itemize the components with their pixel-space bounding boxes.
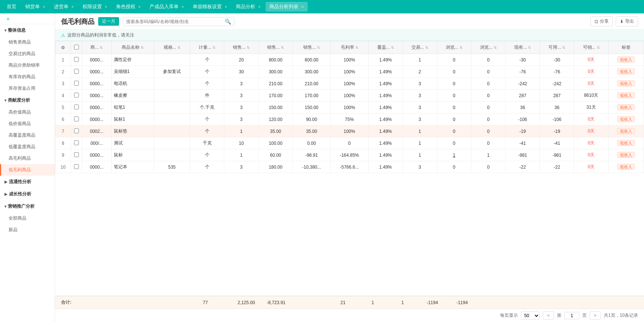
- row-checkbox[interactable]: [74, 69, 79, 74]
- cell-browse1[interactable]: 0: [437, 54, 471, 66]
- col-browse2[interactable]: 浏览...⇅: [471, 41, 506, 54]
- select-all-checkbox[interactable]: [74, 45, 79, 50]
- col-current-stock[interactable]: 现有...⇅: [506, 41, 540, 54]
- sidebar-group-contribution[interactable]: ▾ 类献度分析: [0, 94, 55, 106]
- col-unit[interactable]: 计量...⇅: [190, 41, 224, 54]
- sidebar-group-flow[interactable]: ▶ 流通性分析: [0, 176, 55, 188]
- row-checkbox[interactable]: [74, 117, 79, 121]
- sidebar-item-high-coverage[interactable]: 高覆盖度商品: [0, 130, 55, 141]
- col-cover-rate[interactable]: 覆盖...⇅: [368, 41, 403, 54]
- row-checkbox[interactable]: [74, 105, 79, 109]
- date-filter-button[interactable]: 近一月: [98, 17, 119, 26]
- cell-browse1[interactable]: 0: [437, 125, 471, 137]
- col-code[interactable]: 商...⇅: [82, 41, 111, 54]
- cell-checkbox[interactable]: [71, 149, 82, 161]
- cell-checkbox[interactable]: [71, 102, 82, 114]
- close-product-analysis-list[interactable]: ×: [301, 4, 304, 9]
- sidebar-item-high-value[interactable]: 高价值商品: [0, 106, 55, 118]
- nav-template-settings[interactable]: 单据模板设置 ×: [189, 2, 231, 12]
- cell-browse1[interactable]: 0: [437, 66, 471, 78]
- col-checkbox[interactable]: [71, 41, 82, 54]
- col-trade-cnt[interactable]: 交易...⇅: [403, 41, 437, 54]
- notice-text: 这部分商品的利润非常低，请关注: [67, 32, 134, 38]
- nav-permissions[interactable]: 权限设置 ×: [79, 2, 111, 12]
- nav-product-inbound[interactable]: 产成品入库单 ×: [146, 2, 188, 12]
- search-icon[interactable]: 🔍: [225, 19, 231, 25]
- cell-checkbox[interactable]: [71, 90, 82, 102]
- cell-checkbox[interactable]: [71, 66, 82, 78]
- cell-checkbox[interactable]: [71, 125, 82, 137]
- cell-browse1[interactable]: 0: [437, 114, 471, 125]
- cell-checkbox[interactable]: [71, 161, 82, 173]
- cell-code: 0000...: [82, 78, 111, 90]
- cell-browse1[interactable]: 0: [437, 90, 471, 102]
- row-checkbox[interactable]: [74, 57, 79, 62]
- col-sales-amount[interactable]: 销售...⇅: [293, 41, 330, 54]
- col-tag[interactable]: 标签: [608, 41, 644, 54]
- col-settings[interactable]: ⚙: [55, 41, 71, 54]
- sidebar-group-growth[interactable]: ▶ 成长性分析: [0, 188, 55, 200]
- close-template-settings[interactable]: ×: [225, 4, 227, 9]
- cell-browse1[interactable]: 0: [437, 137, 471, 149]
- cell-checkbox[interactable]: [71, 54, 82, 66]
- cell-browse1[interactable]: 0: [437, 161, 471, 173]
- export-label: 导出: [625, 18, 634, 25]
- close-sales-order[interactable]: ×: [43, 4, 45, 9]
- cell-code: 000/...: [82, 137, 111, 149]
- nav-sales-order[interactable]: 销货单 ×: [22, 2, 49, 12]
- export-button[interactable]: ⬇ 导出: [616, 16, 638, 26]
- sidebar-item-low-margin[interactable]: 低毛利商品: [0, 164, 55, 176]
- sidebar-item-low-coverage[interactable]: 低覆盖度商品: [0, 141, 55, 153]
- sidebar-item-category-sales-rate[interactable]: 商品分类助销率: [0, 60, 55, 71]
- sidebar-group-overall[interactable]: ▾ 整体信息: [0, 24, 55, 36]
- col-spec[interactable]: 规格...⇅: [154, 41, 190, 54]
- row-checkbox[interactable]: [74, 140, 79, 145]
- nav-home[interactable]: 首页: [3, 2, 20, 12]
- cell-checkbox[interactable]: [71, 137, 82, 149]
- next-page-btn[interactable]: ＞: [590, 311, 601, 320]
- share-button[interactable]: ⊡ 分享: [590, 16, 613, 26]
- row-checkbox[interactable]: [74, 128, 79, 133]
- cell-code: 0000...: [82, 114, 111, 125]
- col-saleable[interactable]: 可销...⇅: [574, 41, 608, 54]
- col-sales-price[interactable]: 销售...⇅: [259, 41, 293, 54]
- cell-browse1[interactable]: 0: [437, 102, 471, 114]
- nav-purchase-order[interactable]: 进货单 ×: [50, 2, 77, 12]
- nav-roles[interactable]: 角色授权 ×: [112, 2, 144, 12]
- cell-browse1[interactable]: 1: [437, 149, 471, 161]
- sidebar-item-sales-products[interactable]: 销售类商品: [0, 36, 55, 48]
- nav-product-analysis-list[interactable]: 商品分析列表 ×: [266, 2, 307, 12]
- sidebar-item-all-products[interactable]: 全部商品: [0, 213, 55, 224]
- sidebar-item-stocked-products[interactable]: 有库存的商品: [0, 71, 55, 83]
- row-checkbox[interactable]: [74, 152, 79, 157]
- sidebar-item-high-margin[interactable]: 高毛利商品: [0, 153, 55, 164]
- close-purchase-order[interactable]: ×: [71, 4, 74, 9]
- row-checkbox[interactable]: [74, 81, 79, 86]
- nav-product-analysis[interactable]: 商品分析 ×: [232, 2, 264, 12]
- sidebar-group-marketing[interactable]: ▾ 营销推广分析: [0, 200, 55, 213]
- col-browse1[interactable]: 浏览...⇅: [437, 41, 471, 54]
- col-sales-qty[interactable]: 销售...⇅: [224, 41, 259, 54]
- col-gross-rate[interactable]: 毛利率⇅: [330, 41, 368, 54]
- cell-browse1[interactable]: 0: [437, 78, 471, 90]
- sidebar-collapse-btn[interactable]: «: [4, 15, 12, 22]
- sidebar-item-low-value[interactable]: 低价值商品: [0, 118, 55, 130]
- close-roles[interactable]: ×: [138, 4, 141, 9]
- page-input[interactable]: [564, 312, 579, 319]
- sidebar-item-stock-capital[interactable]: 库存资金占用: [0, 83, 55, 94]
- prev-page-btn[interactable]: ＜: [543, 311, 554, 320]
- close-permissions[interactable]: ×: [105, 4, 107, 9]
- cell-gross-rate: 0: [330, 137, 368, 149]
- col-name[interactable]: 商品名称⇅: [111, 41, 154, 54]
- page-size-select[interactable]: 20 50 100: [521, 312, 540, 320]
- sidebar-item-new-products[interactable]: 新品: [0, 224, 55, 236]
- cell-checkbox[interactable]: [71, 78, 82, 90]
- search-input[interactable]: [126, 19, 223, 24]
- close-product-inbound[interactable]: ×: [182, 4, 184, 9]
- cell-checkbox[interactable]: [71, 114, 82, 125]
- sidebar-item-traded-products[interactable]: 交易过的商品: [0, 48, 55, 60]
- row-checkbox[interactable]: [74, 164, 79, 169]
- row-checkbox[interactable]: [74, 93, 79, 98]
- col-available[interactable]: 可用...⇅: [540, 41, 574, 54]
- close-product-analysis[interactable]: ×: [258, 4, 260, 9]
